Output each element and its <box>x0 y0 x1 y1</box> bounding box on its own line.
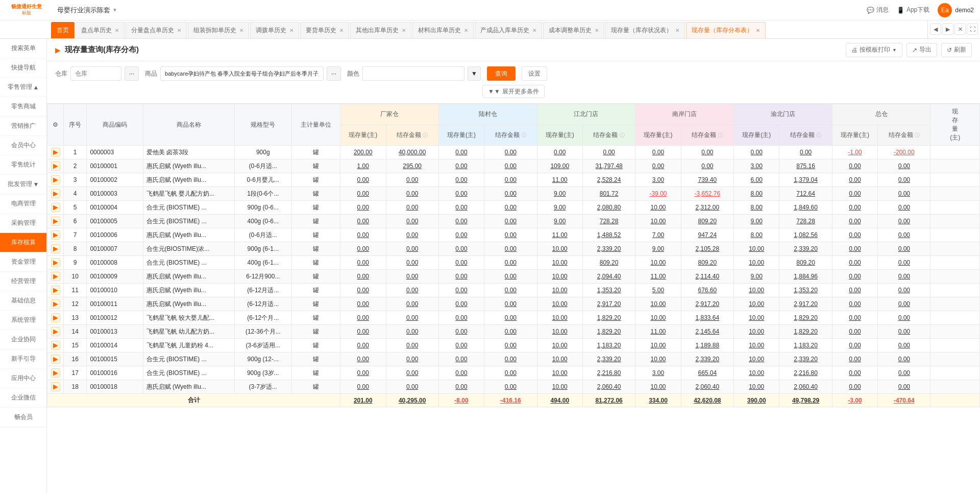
sidebar-item-search-hero[interactable]: 搜索英单 <box>0 39 46 58</box>
row-expand[interactable]: ▶ <box>47 201 64 215</box>
expand-icon[interactable]: ▶ <box>51 299 60 309</box>
row-w5-amount[interactable]: 809.20 <box>779 256 832 270</box>
expand-icon[interactable]: ▶ <box>51 175 60 184</box>
row-w4-amount[interactable]: 809.20 <box>681 215 733 228</box>
row-w3-amount[interactable]: 1,829.20 <box>582 325 635 339</box>
row-w5-amount[interactable]: 1,379.04 <box>779 173 832 187</box>
row-w3-stock[interactable]: 10.00 <box>537 256 582 270</box>
row-w5-stock[interactable]: 9.00 <box>733 270 779 284</box>
row-w3-amount[interactable]: 728.28 <box>582 215 635 228</box>
row-w3-stock[interactable]: 0.00 <box>537 146 582 159</box>
row-w5-stock[interactable]: 10.00 <box>733 366 779 380</box>
row-w3-amount[interactable]: 2,080.80 <box>582 201 635 215</box>
row-total-stock[interactable]: 0.00 <box>832 339 877 353</box>
row-expand[interactable]: ▶ <box>47 325 64 339</box>
sidebar-item-new-guide[interactable]: 新手引导 <box>0 349 46 369</box>
expand-icon[interactable]: ▶ <box>51 341 60 350</box>
row-w4-amount[interactable]: 2,917.20 <box>681 297 733 311</box>
row-w1-amount[interactable]: 0.00 <box>386 311 438 325</box>
row-w2-stock[interactable]: 0.00 <box>438 270 484 284</box>
row-w1-stock[interactable]: 0.00 <box>340 228 386 242</box>
tab-fullscreen-btn[interactable]: ⛶ <box>967 24 978 35</box>
row-expand[interactable]: ▶ <box>47 187 64 201</box>
row-w2-amount[interactable]: 0.00 <box>484 215 537 228</box>
row-w1-stock[interactable]: 0.00 <box>340 201 386 215</box>
row-w2-amount[interactable]: 0.00 <box>484 256 537 270</box>
tab-stock-status[interactable]: 现存量（库存状况表） ✕ <box>605 22 685 38</box>
row-w2-stock[interactable]: 0.00 <box>438 256 484 270</box>
w4-amount-info[interactable]: ⓘ <box>718 132 723 138</box>
row-w4-stock[interactable]: 10.00 <box>635 201 681 215</box>
goods-picker-btn[interactable]: ··· <box>327 66 341 81</box>
sidebar-item-retail-stats[interactable]: 零售统计 <box>0 155 46 175</box>
row-w5-amount[interactable]: 1,849.60 <box>779 201 832 215</box>
row-w4-stock[interactable]: 5.00 <box>635 284 681 297</box>
row-w5-stock[interactable]: 10.00 <box>733 284 779 297</box>
row-w5-stock[interactable]: 8.00 <box>733 201 779 215</box>
row-w1-amount[interactable]: 0.00 <box>386 215 438 228</box>
tab-material-outbound[interactable]: 材料出库单历史 ✕ <box>412 22 474 38</box>
row-w1-amount[interactable]: 0.00 <box>386 201 438 215</box>
row-w1-stock[interactable]: 0.00 <box>340 284 386 297</box>
sidebar-item-chang-member[interactable]: 畅会员 <box>0 408 46 427</box>
tab-inventory-history-close[interactable]: ✕ <box>115 28 119 33</box>
row-w5-amount[interactable]: 1,829.20 <box>779 311 832 325</box>
row-w4-amount[interactable]: -3,652.76 <box>681 187 733 201</box>
row-w1-amount[interactable]: 0.00 <box>386 380 438 394</box>
row-w5-stock[interactable]: 6.00 <box>733 173 779 187</box>
expand-icon[interactable]: ▶ <box>51 313 60 322</box>
row-w2-amount[interactable]: 0.00 <box>484 242 537 256</box>
row-w4-amount[interactable]: 1,833.64 <box>681 311 733 325</box>
row-w4-stock[interactable]: 0.00 <box>635 146 681 159</box>
row-expand[interactable]: ▶ <box>47 159 64 173</box>
row-w5-stock[interactable]: 10.00 <box>733 353 779 366</box>
row-expand[interactable]: ▶ <box>47 270 64 284</box>
row-w3-stock[interactable]: 9.00 <box>537 215 582 228</box>
row-w1-amount[interactable]: 0.00 <box>386 339 438 353</box>
total-amount-info[interactable]: ⓘ <box>915 132 920 138</box>
row-w3-amount[interactable]: 809.20 <box>582 256 635 270</box>
row-w1-amount[interactable]: 0.00 <box>386 353 438 366</box>
tab-transfer[interactable]: 调拨单历史 ✕ <box>250 22 299 38</box>
warehouse-input[interactable] <box>70 66 121 81</box>
row-w4-amount[interactable]: 676.60 <box>681 284 733 297</box>
row-w1-amount[interactable]: 0.00 <box>386 173 438 187</box>
row-w5-amount[interactable]: 2,060.40 <box>779 380 832 394</box>
row-w2-amount[interactable]: 0.00 <box>484 325 537 339</box>
row-w2-amount[interactable]: 0.00 <box>484 159 537 173</box>
row-total-amount[interactable]: 0.00 <box>878 297 930 311</box>
message-btn[interactable]: 💬 消息 <box>867 6 889 14</box>
row-w3-stock[interactable]: 10.00 <box>537 366 582 380</box>
row-w1-stock[interactable]: 0.00 <box>340 270 386 284</box>
row-w4-stock[interactable]: 9.00 <box>635 242 681 256</box>
expand-icon[interactable]: ▶ <box>51 244 60 253</box>
row-expand[interactable]: ▶ <box>47 256 64 270</box>
row-w1-amount[interactable]: 0.00 <box>386 366 438 380</box>
row-w3-stock[interactable]: 10.00 <box>537 311 582 325</box>
row-w4-amount[interactable]: 2,114.40 <box>681 270 733 284</box>
row-w3-amount[interactable]: 1,829.20 <box>582 311 635 325</box>
warehouse-picker-btn[interactable]: ··· <box>125 66 139 81</box>
row-w4-amount[interactable]: 2,060.40 <box>681 380 733 394</box>
row-w3-amount[interactable]: 2,060.40 <box>582 380 635 394</box>
row-w5-amount[interactable]: 2,216.80 <box>779 366 832 380</box>
row-w1-stock[interactable]: 0.00 <box>340 380 386 394</box>
tab-assembly-close[interactable]: ✕ <box>239 28 243 33</box>
row-total-stock[interactable]: 0.00 <box>832 366 877 380</box>
expand-icon[interactable]: ▶ <box>51 230 60 240</box>
sidebar-item-basics[interactable]: 基础信息 <box>0 291 46 311</box>
w2-amount-info[interactable]: ⓘ <box>521 132 526 138</box>
row-total-amount[interactable]: 0.00 <box>878 256 930 270</box>
row-w3-stock[interactable]: 10.00 <box>537 242 582 256</box>
row-w3-stock[interactable]: 10.00 <box>537 339 582 353</box>
row-w4-stock[interactable]: 10.00 <box>635 380 681 394</box>
row-w2-stock[interactable]: 0.00 <box>438 366 484 380</box>
row-w4-stock[interactable]: 7.00 <box>635 228 681 242</box>
row-w5-amount[interactable]: 1,082.56 <box>779 228 832 242</box>
tab-finished-inbound-close[interactable]: ✕ <box>532 28 536 33</box>
row-w5-amount[interactable]: 875.16 <box>779 159 832 173</box>
row-expand[interactable]: ▶ <box>47 311 64 325</box>
tab-purchase-order-close[interactable]: ✕ <box>339 28 344 33</box>
row-w1-amount[interactable]: 40,000.00 <box>386 146 438 159</box>
row-w5-amount[interactable]: 2,917.20 <box>779 297 832 311</box>
